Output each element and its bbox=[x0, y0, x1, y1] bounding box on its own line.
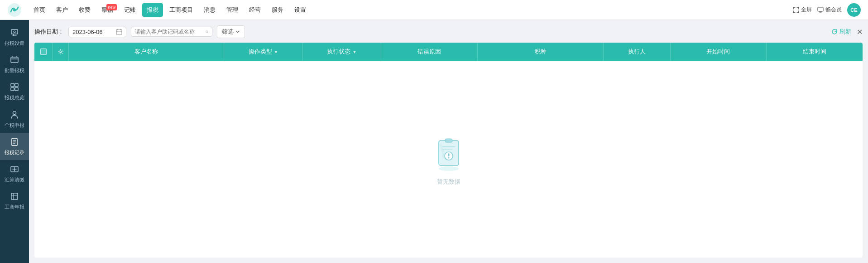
svg-point-17 bbox=[439, 166, 459, 171]
th-operation-type[interactable]: 操作类型 ▼ bbox=[224, 43, 303, 61]
search-icon bbox=[206, 29, 208, 35]
top-navigation: 首页 客户 收费 票据 new 记账 报税 工商项目 消息 管理 经营 服务 设… bbox=[0, 0, 868, 20]
annual-report-icon bbox=[10, 192, 19, 202]
fullscreen-button[interactable]: 全屏 bbox=[793, 6, 812, 14]
svg-rect-27 bbox=[448, 153, 449, 156]
nav-fee[interactable]: 收费 bbox=[74, 3, 95, 17]
batch-tax-icon bbox=[10, 55, 19, 66]
empty-text: 暂无数据 bbox=[437, 178, 460, 186]
user-avatar[interactable]: CE bbox=[847, 3, 861, 17]
svg-rect-3 bbox=[11, 29, 18, 34]
sidebar-item-batch-tax[interactable]: 批量报税 bbox=[0, 51, 29, 78]
svg-rect-23 bbox=[445, 139, 452, 142]
filter-button[interactable]: 筛选 bbox=[217, 25, 245, 38]
date-picker[interactable] bbox=[68, 27, 126, 37]
sidebar-item-tax-settings[interactable]: 报税设置 bbox=[0, 24, 29, 51]
personal-tax-icon bbox=[10, 110, 19, 121]
th-exec-status[interactable]: 执行状态 ▼ bbox=[303, 43, 382, 61]
app-logo[interactable] bbox=[7, 3, 22, 17]
svg-rect-7 bbox=[15, 83, 18, 87]
sidebar-label: 汇算清缴 bbox=[5, 177, 24, 183]
sidebar-label: 报税记录 bbox=[5, 150, 24, 156]
table-header: 客户名称 操作类型 ▼ 执行状态 ▼ 错误原因 税种 执行人 bbox=[34, 43, 863, 61]
sidebar: 报税设置 批量报税 报税总览 bbox=[0, 20, 29, 263]
sidebar-label: 报税总览 bbox=[5, 95, 24, 101]
toolbar: 操作日期： 筛选 bbox=[34, 25, 863, 38]
settings-icon bbox=[58, 49, 64, 55]
nav-invoice[interactable]: 票据 new bbox=[97, 3, 118, 17]
main-layout: 报税设置 批量报税 报税总览 bbox=[0, 20, 868, 263]
top-nav-right: 全屏 畅会员 CE bbox=[793, 3, 861, 17]
sidebar-item-settlement[interactable]: 汇算清缴 bbox=[0, 160, 29, 187]
main-menu: 首页 客户 收费 票据 new 记账 报税 工商项目 消息 管理 经营 服务 设… bbox=[29, 3, 793, 17]
member-button[interactable]: 畅会员 bbox=[817, 6, 842, 14]
search-box[interactable] bbox=[131, 27, 212, 37]
nav-operation[interactable]: 经营 bbox=[245, 3, 265, 17]
sidebar-label: 批量报税 bbox=[5, 68, 24, 73]
svg-rect-25 bbox=[442, 149, 452, 150]
sidebar-label: 个税申报 bbox=[5, 122, 24, 128]
nav-client[interactable]: 客户 bbox=[52, 3, 72, 17]
svg-point-1 bbox=[13, 9, 16, 11]
fullscreen-icon bbox=[793, 7, 799, 13]
nav-message[interactable]: 消息 bbox=[199, 3, 220, 17]
settlement-icon bbox=[10, 165, 19, 175]
member-icon bbox=[817, 7, 824, 13]
sidebar-item-personal-tax[interactable]: 个税申报 bbox=[0, 106, 29, 133]
nav-business[interactable]: 工商项目 bbox=[165, 3, 197, 17]
nav-settings[interactable]: 设置 bbox=[290, 3, 311, 17]
empty-illustration bbox=[431, 132, 467, 173]
th-start-time: 开始时间 bbox=[671, 43, 767, 61]
date-input[interactable] bbox=[72, 29, 113, 35]
refresh-button[interactable]: 刷新 bbox=[831, 28, 851, 36]
svg-rect-2 bbox=[818, 7, 823, 11]
svg-rect-8 bbox=[11, 88, 14, 91]
nav-bookkeeping[interactable]: 记账 bbox=[120, 3, 140, 17]
th-end-time: 结束时间 bbox=[767, 43, 863, 61]
nav-home[interactable]: 首页 bbox=[29, 3, 50, 17]
date-label: 操作日期： bbox=[34, 28, 64, 36]
content-area: 操作日期： 筛选 bbox=[29, 20, 868, 263]
nav-tax[interactable]: 报税 bbox=[142, 3, 163, 17]
sidebar-label: 报税设置 bbox=[5, 40, 24, 46]
sidebar-item-annual-report[interactable]: 工商年报 bbox=[0, 187, 29, 214]
svg-rect-6 bbox=[11, 83, 14, 87]
sort-icon: ▼ bbox=[274, 49, 278, 54]
tax-records-icon bbox=[10, 137, 19, 148]
th-select-all[interactable] bbox=[34, 43, 53, 61]
sort-icon: ▼ bbox=[352, 49, 357, 54]
chevron-down-icon bbox=[235, 29, 240, 34]
sidebar-item-tax-records[interactable]: 报税记录 bbox=[0, 133, 29, 160]
svg-point-16 bbox=[60, 51, 62, 53]
th-settings[interactable] bbox=[53, 43, 69, 61]
svg-point-4 bbox=[14, 31, 15, 33]
tax-overview-icon bbox=[10, 83, 19, 93]
search-input[interactable] bbox=[135, 29, 203, 35]
svg-point-28 bbox=[448, 157, 449, 159]
svg-rect-13 bbox=[11, 193, 18, 200]
nav-management[interactable]: 管理 bbox=[222, 3, 243, 17]
tax-settings-icon bbox=[10, 28, 19, 39]
th-tax-type: 税种 bbox=[478, 43, 604, 61]
close-button[interactable]: ✕ bbox=[857, 28, 863, 36]
sidebar-label: 工商年报 bbox=[5, 204, 24, 210]
new-badge: new bbox=[106, 4, 117, 10]
calendar-icon bbox=[116, 29, 122, 35]
empty-state: 暂无数据 bbox=[422, 123, 476, 195]
th-executor: 执行人 bbox=[604, 43, 670, 61]
svg-rect-5 bbox=[11, 57, 18, 63]
refresh-icon bbox=[831, 29, 838, 35]
svg-rect-14 bbox=[116, 29, 122, 34]
sidebar-item-tax-overview[interactable]: 报税总览 bbox=[0, 78, 29, 105]
svg-rect-24 bbox=[442, 146, 455, 147]
svg-rect-9 bbox=[15, 88, 18, 91]
toolbar-right: 刷新 ✕ bbox=[831, 28, 863, 36]
th-error-reason: 错误原因 bbox=[381, 43, 478, 61]
nav-service[interactable]: 服务 bbox=[267, 3, 288, 17]
svg-point-10 bbox=[13, 111, 16, 114]
data-table: 客户名称 操作类型 ▼ 执行状态 ▼ 错误原因 税种 执行人 bbox=[34, 43, 863, 258]
table-body: 暂无数据 bbox=[34, 61, 863, 258]
th-customer-name: 客户名称 bbox=[69, 43, 224, 61]
